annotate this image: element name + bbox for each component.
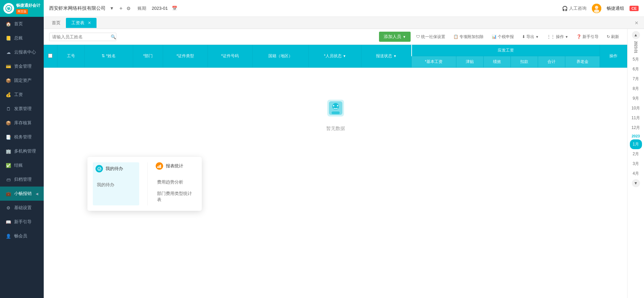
month-9[interactable]: 9月 [628,94,644,103]
sidebar-item-label: 畅会员 [14,233,27,239]
refresh-btn[interactable]: ↻ 刷新 [604,33,622,41]
book-icon: 📒 [5,35,11,41]
tax-report-btn[interactable]: 📊 个税申报 [489,33,517,41]
social-insurance-btn[interactable]: 🛡 统一社保设置 [413,33,448,41]
toolbar-actions: 添加人员 ▼ 🛡 统一社保设置 📋 专项附加扣除 📊 个税申报 [379,32,622,42]
month-4[interactable]: 4月 [628,169,644,178]
popup-dept-expense[interactable]: 部门费用类型统计表 [156,188,197,205]
export-icon: ⬇ [522,34,525,39]
special-deduction-btn[interactable]: 📋 专项附加扣除 [451,33,486,41]
status-filter-icon[interactable]: ▼ [343,54,346,58]
sidebar-item-fund[interactable]: 💳 资金管理 [0,59,44,73]
sidebar-item-fixed-assets[interactable]: 📦 固定资产 [0,73,44,88]
search-icon[interactable]: 🔍 [111,34,116,39]
popup-col1-title: 我的待办 [106,166,123,172]
add-person-btn[interactable]: 添加人员 ▼ [379,32,411,42]
th-name: ⇅ *姓名 [84,45,133,68]
sidebar-item-home[interactable]: 🏠 首页 [0,17,44,31]
sidebar: 畅 畅捷通好会计 网页版 🏠 首页 📒 总账 ☁ 云报表中心 💳 资金管理 📦 … [0,0,44,298]
export-dropdown-arrow: ▼ [535,35,539,39]
new-guide-btn[interactable]: ❓ 新手引导 [574,33,601,41]
svg-point-4 [594,9,599,13]
sidebar-item-archive[interactable]: 🗃 归档管理 [0,172,44,187]
report-filter-icon[interactable]: ▼ [393,54,396,58]
sidebar-item-xiaochang[interactable]: 💼 小畅报销 ◀ [0,187,44,201]
month-nav-up[interactable]: ▲ [632,31,640,39]
sidebar-item-settle[interactable]: ✅ 结账 [0,158,44,172]
search-box[interactable]: 🔍 [49,33,116,41]
month-11[interactable]: 11月 [628,113,644,123]
expense-icon: 💼 [5,191,11,197]
th-nationality: 国籍（地区） [252,45,309,68]
select-all-checkbox[interactable] [48,54,52,58]
export-btn[interactable]: ⬇ 导出 ▼ [519,33,541,41]
th-checkbox[interactable] [44,45,57,68]
popup-col1-header: 我的待办 [96,165,137,175]
th-report-status: 报送状态 ▼ [361,45,411,68]
month-12[interactable]: 12月 [628,123,644,133]
th-pension: 养老金 [565,56,600,68]
period-display: 2023.01 [634,41,638,53]
sidebar-item-tax[interactable]: 📑 税务管理 [0,130,44,144]
tab-salary-table[interactable]: 工资表 ✕ [66,18,97,28]
sidebar-item-label: 发票管理 [14,106,32,112]
todo-header-icon [96,165,103,172]
month-1-active[interactable]: 1月 [630,139,642,149]
sidebar-item-cloud-report[interactable]: ☁ 云报表中心 [0,45,44,59]
current-year-label: 2023 [632,134,640,138]
sidebar-item-guide[interactable]: 📖 新手引导 [0,215,44,229]
calendar-icon[interactable]: 📅 [172,6,177,11]
period-value: 2023-01 [152,6,168,11]
add-company-btn[interactable]: + [119,5,122,11]
th-emp-no: 工号 [57,45,84,68]
month-nav-down[interactable]: ▼ [632,179,640,187]
add-dropdown-arrow: ▼ [403,35,406,39]
operations-btn[interactable]: ⋮⋮ 操作 ▼ [544,33,571,41]
tab-home[interactable]: 首页 [46,18,66,28]
archive-icon: 🗃 [5,176,11,183]
month-6[interactable]: 6月 [628,64,644,74]
tax-icon: 📑 [5,134,11,140]
box-icon: 📦 [5,120,11,126]
popup-col-reports: 报表统计 费用趋势分析 部门费用类型统计表 [156,162,197,205]
svg-rect-12 [157,166,158,168]
month-8[interactable]: 8月 [628,84,644,94]
month-10[interactable]: 10月 [628,103,644,113]
th-cert-no: *证件号码 [207,45,252,68]
sidebar-item-label: 固定资产 [14,77,32,84]
member-icon: 👤 [5,233,11,239]
check-icon: ✅ [5,162,11,168]
settings-icon[interactable]: ⚙ [126,6,131,11]
sidebar-item-label: 基础设置 [14,205,32,211]
popup-col2-header: 报表统计 [156,162,197,172]
sidebar-item-salary[interactable]: 💰 工资 [0,88,44,102]
sidebar-item-basic[interactable]: ⚙ 基础设置 [0,201,44,215]
app-name: 畅捷通好会计 [16,3,40,8]
support-btn[interactable]: 🎧 人工咨询 [562,5,586,11]
search-input[interactable] [52,34,109,39]
sidebar-item-invoice[interactable]: 🗒 发票管理 [0,102,44,116]
sidebar-item-label: 首页 [14,21,23,27]
period-label: 账期 [138,5,146,11]
sidebar-item-label: 归档管理 [14,176,32,183]
close-window-icon[interactable]: ✕ [635,20,639,26]
sidebar-nav: 🏠 首页 📒 总账 ☁ 云报表中心 💳 资金管理 📦 固定资产 💰 工资 🗒 发… [0,17,44,298]
sidebar-item-label: 结账 [14,162,23,168]
tab-close-icon[interactable]: ✕ [88,21,91,25]
empty-state: 暂无数据 [44,68,627,159]
popup-todo-item[interactable]: 我的待办 [96,179,137,191]
sidebar-item-member[interactable]: 👤 畅会员 [0,229,44,243]
sidebar-item-label: 新手引导 [14,219,32,225]
user-avatar [592,4,601,13]
month-2[interactable]: 2月 [628,149,644,159]
month-5[interactable]: 5月 [628,55,644,64]
shield-icon: 🛡 [416,34,420,39]
sidebar-item-multi-org[interactable]: 🏢 多机构管理 [0,144,44,158]
month-3[interactable]: 3月 [628,159,644,169]
th-allowance: 津贴 [456,56,483,68]
dropdown-arrow-icon[interactable]: ▼ [110,6,114,11]
month-7[interactable]: 7月 [628,74,644,84]
sidebar-item-ledger[interactable]: 📒 总账 [0,31,44,45]
sidebar-item-inventory[interactable]: 📦 库存核算 [0,116,44,130]
popup-expense-trend[interactable]: 费用趋势分析 [156,176,197,188]
